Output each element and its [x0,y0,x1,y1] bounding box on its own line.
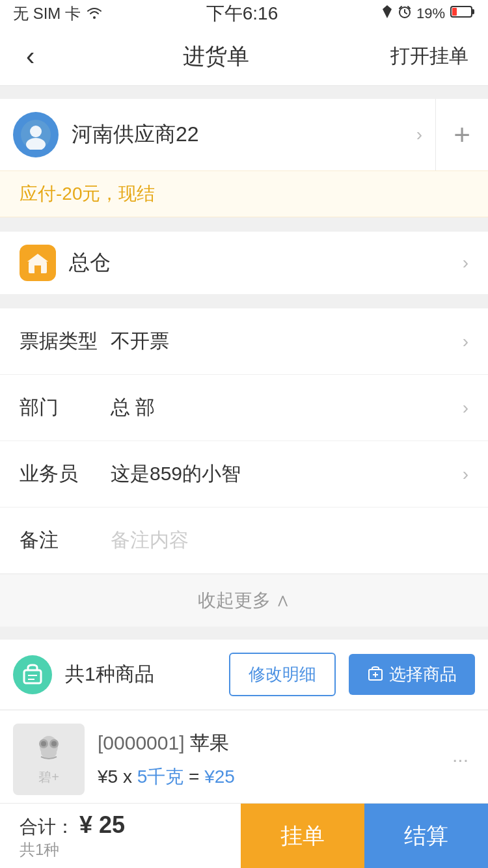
status-right: 19% [381,5,475,22]
svg-point-21 [41,748,57,758]
edit-detail-button[interactable]: 修改明细 [229,653,336,696]
quantity: 5千克 [137,766,184,787]
section-gap-1 [0,86,488,99]
salesperson-value: 这是859的小智 [104,461,463,487]
status-time: 下午6:16 [206,1,278,26]
svg-point-20 [51,741,57,746]
svg-point-5 [30,126,42,137]
total-section: 合计： ¥ 25 共1种 [0,804,241,868]
product-total: ¥25 [204,766,235,787]
department-label: 部门 [20,394,104,421]
invoice-chevron-icon: › [463,331,468,352]
supplier-avatar [13,112,59,157]
svg-marker-8 [27,254,48,262]
hang-button[interactable]: 挂单 [241,804,364,868]
select-product-label: 选择商品 [389,663,457,686]
department-row[interactable]: 部门 总 部 › [0,375,488,441]
notice-bar: 应付-20元，现结 [0,170,488,217]
warehouse-section[interactable]: 总仓 › [0,232,488,294]
wifi-icon [86,5,103,23]
collapse-label: 收起更多 ∧ [198,588,291,613]
sim-label: 无 SIM 卡 [13,3,81,24]
salesperson-chevron-icon: › [463,464,468,485]
total-amount: ¥ 25 [79,811,125,839]
supplier-selector[interactable]: 河南供应商22 › [0,99,436,170]
product-count-label: 共1种商品 [65,661,216,688]
supplier-section: 河南供应商22 › + [0,99,488,170]
svg-rect-2 [452,8,457,16]
product-price-row: ¥5 x 5千克 = ¥25 [98,765,433,789]
multiply-symbol: x [123,766,137,787]
page-title: 进货单 [183,42,249,72]
status-left: 无 SIM 卡 [13,3,103,24]
department-chevron-icon: › [463,398,468,418]
status-bar: 无 SIM 卡 下午6:16 19% [0,0,488,27]
battery-percent: 19% [416,5,445,22]
product-more-button[interactable]: ··· [446,742,475,777]
warehouse-name: 总仓 [69,249,450,277]
invoice-label: 票据类型 [20,328,104,355]
remark-placeholder: 备注内容 [104,527,468,554]
svg-rect-9 [34,265,41,273]
section-gap-2 [0,217,488,230]
svg-point-19 [41,741,46,746]
alarm-icon [398,5,411,22]
salesperson-label: 业务员 [20,461,104,487]
product-id: [0000001] [98,732,190,753]
svg-rect-3 [472,9,474,14]
section-gap-3 [0,294,488,307]
product-header: 共1种商品 修改明细 选择商品 [0,640,488,709]
nav-bar: ‹ 进货单 打开挂单 [0,27,488,86]
remark-row[interactable]: 备注 备注内容 [0,508,488,573]
unit-price: ¥5 [98,766,118,787]
equals-symbol: = [189,766,204,787]
select-product-button[interactable]: 选择商品 [349,654,475,695]
total-row: 合计： ¥ 25 [20,811,221,839]
supplier-chevron-icon: › [416,124,422,145]
product-item: 碧+ [0000001] 苹果 ¥5 x 5千克 = ¥25 ··· [0,711,488,808]
collapse-button[interactable]: 收起更多 ∧ [0,575,488,627]
product-name: [0000001] 苹果 [98,730,433,757]
location-icon [381,5,393,22]
product-info: [0000001] 苹果 ¥5 x 5千克 = ¥25 [98,730,433,789]
product-title: 苹果 [190,732,229,753]
warehouse-icon [20,245,56,281]
invoice-row[interactable]: 票据类型 不开票 › [0,308,488,375]
notice-text: 应付-20元，现结 [20,183,155,204]
battery-icon [450,5,475,22]
supplier-name: 河南供应商22 [72,120,403,149]
remark-label: 备注 [20,527,104,554]
add-supplier-button[interactable]: + [436,99,488,170]
salesperson-row[interactable]: 业务员 这是859的小智 › [0,441,488,508]
bottom-toolbar: 合计： ¥ 25 共1种 挂单 结算 [0,803,488,868]
back-button[interactable]: ‹ [20,35,41,77]
open-hang-button[interactable]: 打开挂单 [390,43,468,70]
invoice-value: 不开票 [104,328,463,355]
thumbnail-label: 碧+ [38,768,59,786]
product-section-icon [13,655,52,694]
product-thumbnail: 碧+ [13,724,85,795]
warehouse-chevron-icon: › [463,252,468,273]
total-sub-label: 共1种 [20,839,221,860]
checkout-button[interactable]: 结算 [364,804,488,868]
form-section: 票据类型 不开票 › 部门 总 部 › 业务员 这是859的小智 › 备注 备注… [0,308,488,573]
total-label-text: 合计： [20,815,74,839]
svg-rect-10 [24,670,41,683]
department-value: 总 部 [104,394,463,421]
